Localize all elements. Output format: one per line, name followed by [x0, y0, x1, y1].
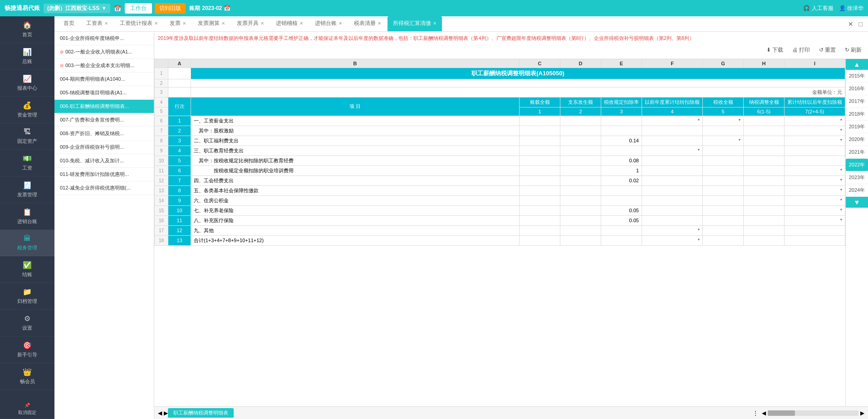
close-icon[interactable]: ✕	[260, 21, 264, 26]
download-button[interactable]: ⬇ 下载	[764, 44, 786, 56]
close-icon[interactable]: ✕	[154, 21, 158, 26]
expand-tab-button[interactable]: □	[857, 19, 864, 29]
doc-item-010[interactable]: 010-免税、减计收入及加计...	[54, 154, 154, 168]
user-avatar[interactable]: 👤 徐泽华	[839, 5, 863, 12]
company-name: (勿删）江西般宝-LSS	[47, 5, 99, 12]
index-8: 8	[168, 185, 191, 195]
item-10: 七、补充养老保险	[191, 205, 520, 215]
sidebar-item-tax[interactable]: 🏛 税务管理	[0, 230, 54, 256]
year-2015[interactable]: 2015年	[846, 70, 868, 83]
unpin-button[interactable]: 📌 取消固定	[0, 400, 54, 419]
close-icon[interactable]: ✕	[182, 21, 186, 26]
scroll-left-icon[interactable]: ◀	[762, 410, 766, 416]
tab-tax-register[interactable]: 税表清册 ✕	[348, 16, 387, 31]
doc-item-006[interactable]: 006-职工薪酬纳税调整明细表...	[54, 100, 154, 113]
sidebar-item-invoice[interactable]: 🧾 发票管理	[0, 176, 54, 203]
doc-item-005[interactable]: 005-纳税调整项目明细表(A1...	[54, 86, 154, 100]
tab-invoice-calc[interactable]: 发票测算 ✕	[192, 16, 230, 31]
print-button[interactable]: 🖨 打印	[790, 44, 813, 56]
year-2021[interactable]: 2021年	[846, 146, 868, 159]
close-icon[interactable]: ✕	[338, 21, 342, 26]
tax-icon: 🏛	[24, 234, 31, 243]
index-13: 13	[168, 235, 191, 245]
doc-item-011[interactable]: 011-研发费用加计扣除优惠明...	[54, 168, 154, 181]
year-down-button[interactable]: ▼	[846, 197, 868, 208]
year-2020[interactable]: 2020年	[846, 133, 868, 146]
tab-salary-stats[interactable]: 工资统计报表 ✕	[114, 16, 163, 31]
doc-item-002[interactable]: ⊘ 002-一般企业收入明细表(A1...	[54, 45, 154, 59]
data-row-15: 15 10 七、补充养老保险 0.05 *	[155, 205, 845, 215]
close-icon[interactable]: ✕	[221, 21, 225, 26]
sidebar-item-general-ledger[interactable]: 📊 总账	[0, 43, 54, 70]
year-2018[interactable]: 2018年	[846, 108, 868, 121]
refresh-button[interactable]: ↻ 刷新	[842, 44, 864, 56]
switch-old-button[interactable]: 切到旧版	[155, 3, 186, 14]
tab-invoice[interactable]: 发票 ✕	[164, 16, 191, 31]
col-g-header: G	[703, 59, 744, 68]
sidebar-item-finance[interactable]: 💰 资金管理	[0, 97, 54, 123]
year-up-button[interactable]: ▲	[846, 59, 868, 70]
download-icon: ⬇	[766, 46, 771, 54]
year-2022[interactable]: 2022年	[846, 159, 868, 171]
year-2024[interactable]: 2024年	[846, 184, 868, 197]
reset-button[interactable]: ↺ 重置	[816, 44, 839, 56]
top-bar-right: 🎧 人工客服 👤 徐泽华	[803, 5, 863, 12]
sidebar-label-vip: 畅会员	[20, 378, 35, 385]
tab-tax-settlement[interactable]: 所得税汇算清缴 ✕	[387, 16, 442, 31]
doc-item-001[interactable]: 001-企业所得税年度纳税申...	[54, 32, 154, 45]
unit-row: 3 金额单位：元	[155, 87, 845, 97]
sidebar-item-salary[interactable]: 💵 工资	[0, 150, 54, 176]
chevron-down-icon: ▼	[101, 5, 107, 11]
item-12: 九、其他	[191, 225, 520, 235]
doc-item-003[interactable]: ⊘ 003-一般企业业成本支出明细...	[54, 59, 154, 73]
sidebar-item-guide[interactable]: 🎯 新手引导	[0, 336, 54, 363]
sidebar-item-vip[interactable]: 👑 畅会员	[0, 363, 54, 390]
tab-home[interactable]: 首页	[58, 16, 80, 31]
close-tab-button[interactable]: ✕	[846, 19, 855, 29]
year-2019[interactable]: 2019年	[846, 121, 868, 133]
doc-item-007[interactable]: 007-广告费和业务宣传费明...	[54, 113, 154, 127]
sidebar-item-close-account[interactable]: ✅ 结账	[0, 256, 54, 283]
item-8: 五、各类基本社会保障性缴款	[191, 185, 520, 195]
invoice-icon: 🧾	[23, 181, 32, 190]
company-selector[interactable]: (勿删）江西般宝-LSS ▼	[44, 4, 110, 13]
sidebar-item-sales[interactable]: 📋 进销台账	[0, 203, 54, 230]
sidebar-item-reports[interactable]: 📈 报表中心	[0, 70, 54, 97]
year-2023[interactable]: 2023年	[846, 171, 868, 184]
tab-purchase-ledger[interactable]: 进销台账 ✕	[309, 16, 348, 31]
assets-icon: 🏗	[24, 128, 31, 136]
sidebar-item-settings[interactable]: ⚙ 设置	[0, 310, 54, 336]
sidebar-label-ledger: 总账	[22, 58, 32, 65]
unpin-label: 取消固定	[18, 409, 36, 416]
doc-item-004[interactable]: 004-期间费用明细表(A1040...	[54, 73, 154, 86]
year-2016[interactable]: 2016年	[846, 83, 868, 95]
sheet-container[interactable]: A B C D E F G H I	[154, 59, 845, 406]
close-icon[interactable]: ✕	[299, 21, 303, 26]
nav-left-icon[interactable]: ◀	[158, 410, 162, 416]
tab-purchase-verify[interactable]: 进销稽核 ✕	[270, 16, 309, 31]
close-icon[interactable]: ✕	[104, 21, 108, 26]
col-num-i: 7(2+4-5)	[785, 107, 845, 116]
human-service-btn[interactable]: 🎧 人工客服	[803, 5, 833, 12]
row-1: 1	[155, 68, 168, 79]
sheet-tab[interactable]: 职工薪酬纳税调整明细表	[168, 408, 234, 418]
col-num-h: 6(1-5)	[744, 107, 785, 116]
more-options-icon[interactable]: ⋮	[753, 410, 758, 416]
scroll-right-icon[interactable]: ▶	[860, 410, 864, 416]
sidebar-item-home[interactable]: 🏠 首页	[0, 16, 54, 43]
close-icon[interactable]: ✕	[378, 21, 381, 26]
sidebar-item-archive[interactable]: 📁 归档管理	[0, 283, 54, 310]
tab-invoice-issue[interactable]: 发票开具 ✕	[231, 16, 270, 31]
header-h: 纳税调整全额	[744, 97, 785, 107]
workbench-button[interactable]: 工作台	[125, 3, 152, 14]
close-icon[interactable]: ✕	[433, 21, 436, 26]
doc-item-009[interactable]: 009-企业所得税弥补亏损明...	[54, 141, 154, 154]
doc-item-012[interactable]: 012-减免企业所得税优惠明细(...	[54, 181, 154, 195]
doc-item-008[interactable]: 008-资产折旧、摊销及纳税...	[54, 127, 154, 141]
nav-right-icon[interactable]: ▶	[164, 410, 168, 416]
year-2017[interactable]: 2017年	[846, 95, 868, 108]
sidebar: 🏠 首页 📊 总账 📈 报表中心 💰 资金管理 🏗 固定资产 💵 工资 🧾 发票…	[0, 16, 54, 419]
tab-salary-table[interactable]: 工资表 ✕	[81, 16, 113, 31]
sidebar-item-assets[interactable]: 🏗 固定资产	[0, 123, 54, 150]
spreadsheet-table: A B C D E F G H I	[154, 59, 845, 246]
